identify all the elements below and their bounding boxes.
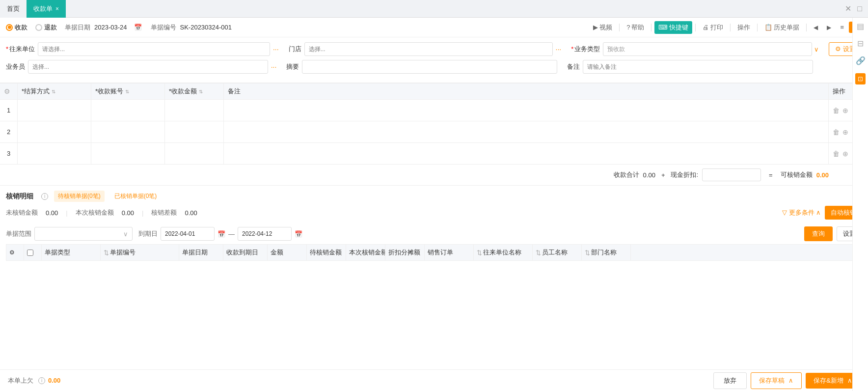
calendar-icon[interactable]: 📅 [133, 24, 143, 31]
table-row: 1 🗑 ⊕ [0, 100, 868, 121]
row2-remark[interactable] [224, 121, 829, 142]
th-remark-label: 备注 [228, 87, 241, 96]
row1-settle[interactable] [18, 100, 91, 121]
row3-amount[interactable] [165, 143, 224, 164]
save-new-label: 保存&新增 [814, 376, 843, 385]
sidebar-expand-icon[interactable]: ⊡ [855, 73, 866, 84]
refund-radio-label: 退款 [44, 23, 57, 32]
tab-close-icon[interactable]: × [55, 5, 59, 12]
sort-partner-icon[interactable]: ⇅ [477, 249, 482, 256]
video-label: 视频 [599, 23, 612, 32]
window-close-icon[interactable]: ✕ [843, 3, 853, 14]
partner-more-icon[interactable]: ··· [273, 45, 279, 53]
next-btn[interactable]: ▶ [823, 22, 835, 33]
refund-radio[interactable]: 退款 [35, 23, 57, 32]
separator5 [757, 24, 758, 31]
sidebar-link-icon[interactable]: 🔗 [856, 56, 866, 65]
verify-tab-done[interactable]: 已核销单据(0笔) [110, 191, 161, 202]
row3-copy-icon[interactable]: ⊕ [842, 150, 848, 158]
total-value: 0.00 [643, 171, 655, 179]
row1-remark[interactable] [224, 100, 829, 121]
row3-account[interactable] [91, 143, 165, 164]
receipt-radio[interactable]: 收款 [6, 23, 27, 32]
current-verify-label: 本次核销金额 [76, 208, 114, 217]
due-label: 到期日 [138, 229, 158, 238]
save-draft-btn[interactable]: 保存草稿 ∧ [751, 372, 802, 389]
sort-dept-icon[interactable]: ⇅ [585, 249, 590, 256]
staff-input[interactable] [28, 60, 268, 74]
bth-amount: 金额 [268, 245, 307, 260]
layout-btn[interactable]: ≡ [836, 22, 848, 33]
due-from-input[interactable] [161, 227, 215, 241]
footer-info-icon[interactable]: i [38, 377, 45, 384]
calendar-to-icon[interactable]: 📅 [295, 230, 302, 238]
row3-settle[interactable] [18, 143, 91, 164]
abandon-btn[interactable]: 放弃 [713, 372, 747, 389]
more-conditions-btn[interactable]: ▽ 更多条件 ∧ [782, 208, 821, 217]
sidebar-list-icon[interactable]: ⊟ [857, 39, 864, 48]
unchecked-label: 未核销金额 [6, 208, 38, 217]
window-maximize-icon[interactable]: □ [855, 3, 864, 14]
help-btn[interactable]: ? 帮助 [623, 21, 648, 34]
save-new-dropdown-icon[interactable]: ∧ [847, 377, 852, 384]
row3-delete-icon[interactable]: 🗑 [833, 150, 840, 158]
receipt-radio-dot [8, 26, 11, 29]
shop-input[interactable] [304, 42, 553, 56]
biz-type-dropdown-icon[interactable]: ∨ [814, 46, 819, 53]
sort-bill-num-icon[interactable]: ⇅ [104, 249, 109, 256]
shop-label: 门店 [289, 45, 301, 54]
discount-input[interactable] [702, 168, 761, 181]
shop-more-icon[interactable]: ··· [556, 45, 562, 53]
bth-check[interactable] [24, 245, 42, 260]
row2-settle[interactable] [18, 121, 91, 142]
tab-receipt-label: 收款单 [33, 4, 53, 13]
tab-home[interactable]: 首页 [0, 0, 27, 18]
row2-amount[interactable] [165, 121, 224, 142]
range-select[interactable]: ∨ [34, 227, 133, 241]
row3-remark[interactable] [224, 143, 829, 164]
verify-info-icon[interactable]: i [41, 193, 48, 200]
partner-input[interactable] [38, 42, 270, 56]
separator1 [619, 24, 620, 31]
save-draft-label: 保存草稿 [759, 376, 785, 385]
th-gear[interactable]: ⚙ [0, 84, 18, 99]
row1-delete-icon[interactable]: 🗑 [833, 107, 840, 114]
operate-btn[interactable]: 操作 [733, 21, 754, 34]
prev-label: 本单上欠 [8, 376, 33, 385]
due-to-input[interactable] [238, 227, 292, 241]
row1-copy-icon[interactable]: ⊕ [842, 107, 848, 114]
shortcut-btn[interactable]: ⌨ 快捷键 [654, 21, 692, 34]
sort-amount-icon[interactable]: ⇅ [199, 89, 203, 94]
sort-staff-icon[interactable]: ⇅ [536, 249, 541, 256]
bth-bill-num: ⇅ 单据编号 [101, 245, 179, 260]
history-btn[interactable]: 📋 历史单据 [760, 21, 803, 34]
remark-input[interactable] [583, 60, 813, 74]
staff-more-icon[interactable]: ··· [271, 63, 277, 71]
row1-amount[interactable] [165, 100, 224, 121]
sidebar-table-icon[interactable]: ▤ [857, 22, 864, 31]
save-draft-dropdown-icon[interactable]: ∧ [788, 377, 793, 384]
summary-input[interactable] [302, 60, 557, 74]
row3-num: 3 [0, 143, 18, 164]
verify-tab-pending[interactable]: 待核销单据(0笔) [54, 191, 105, 202]
row1-account[interactable] [91, 100, 165, 121]
bth-staff: ⇅ 员工名称 [533, 245, 582, 260]
row2-account[interactable] [91, 121, 165, 142]
select-all-checkbox[interactable] [27, 250, 33, 256]
row2-copy-icon[interactable]: ⊕ [842, 128, 848, 136]
calendar-from-icon[interactable]: 📅 [217, 230, 225, 238]
query-btn[interactable]: 查询 [804, 226, 833, 241]
summary-field: 摘要 [286, 60, 557, 74]
gear-icon: ⚙ [835, 45, 841, 53]
row2-delete-icon[interactable]: 🗑 [833, 128, 840, 136]
biz-type-input[interactable] [603, 42, 812, 56]
prev-btn[interactable]: ◀ [810, 22, 822, 33]
tab-receipt[interactable]: 收款单 × [27, 0, 66, 18]
bottom-table-header: ⚙ 单据类型 ⇅ 单据编号 单据日期 收款到期日 金额 待核销金额 [6, 244, 862, 261]
sort-account-icon[interactable]: ⇅ [125, 89, 129, 94]
print-btn[interactable]: 🖨 打印 [699, 21, 727, 34]
bth-gear[interactable]: ⚙ [6, 245, 24, 260]
sort-settle-icon[interactable]: ⇅ [52, 89, 55, 94]
separator6 [806, 24, 807, 31]
video-btn[interactable]: ▶ 视频 [589, 21, 616, 34]
